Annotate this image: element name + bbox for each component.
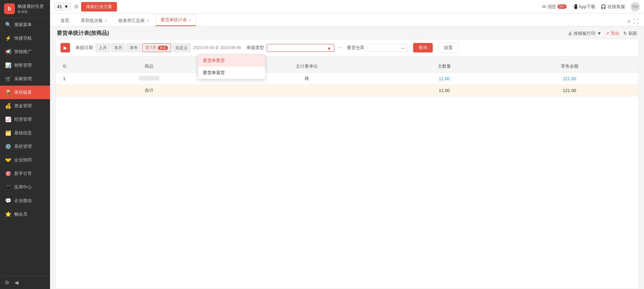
finance-icon: 💰 [5, 103, 11, 109]
sidebar-item-label-marketing: 营销推广 [14, 49, 32, 55]
warehouse-dropdown[interactable]: ··· [367, 44, 408, 52]
refresh-label: 刷新 [628, 30, 637, 37]
page-header: 要货单统计表(按商品) 🖨 按模板打印 ▼ ↗ 导出 ↻ 刷新 [50, 26, 644, 39]
sidebar-item-sales[interactable]: 📊 销售管理 [0, 59, 50, 72]
tab-order-summary-close[interactable]: × [189, 18, 191, 22]
print-action[interactable]: 🖨 按模板打印 ▼ [568, 30, 601, 37]
settings-button[interactable]: 设置 [438, 43, 458, 53]
logo-title: 畅捷通好生意 [18, 3, 44, 9]
dropdown-option-order-goods[interactable]: 要货单要货 [198, 54, 265, 67]
sidebar-item-system[interactable]: ⚙️ 系统管理 [0, 140, 50, 153]
date-filter-label: 单据日期 [75, 45, 93, 51]
marketing-icon: 📢 [5, 48, 11, 55]
tab-batch-account[interactable]: 库存批次账 × [76, 15, 112, 26]
sidebar-item-marketing[interactable]: 📢 营销推广 [0, 45, 50, 59]
cell-qty[interactable]: 11.00 [388, 73, 501, 85]
wechat-icon: 💬 [5, 197, 11, 204]
footer-empty-1 [56, 85, 73, 96]
content-area: 要货单统计表(按商品) 🖨 按模板打印 ▼ ↗ 导出 ↻ 刷新 ▶ [50, 26, 644, 289]
messages-label: 消息 [547, 4, 556, 10]
basic-icon: 🗂️ [5, 130, 11, 136]
user-avatar[interactable]: Rit [630, 2, 640, 12]
col-qty: 主数量 [388, 60, 501, 73]
store-selector[interactable]: 41 ▼ [54, 3, 71, 10]
topbar-right: ✉ 消息 99+ 📲 App下载 🎧 在线客服 Rit [542, 2, 640, 12]
filter-more-icon[interactable]: ··· [337, 45, 341, 51]
type-filter-group: 单据类型 ▲ ··· [246, 44, 341, 52]
refresh-icon: ↻ [623, 31, 627, 36]
sidebar-item-label-shortcut: 快捷导航 [14, 35, 32, 41]
close-all-icon[interactable]: × [627, 19, 630, 25]
sidebar-item-inventory[interactable]: 📦 库存核算 [0, 86, 50, 99]
store-selector-arrow: ▼ [64, 4, 68, 9]
date-btn-last-month[interactable]: 上月 [96, 43, 110, 52]
collapse-icon[interactable]: ◀ [15, 280, 19, 286]
sidebar-item-purchase[interactable]: 🛒 采购管理 [0, 72, 50, 86]
footer-qty: 11.00 [388, 85, 501, 96]
sidebar-item-wechat[interactable]: 💬 企业微信 [0, 194, 50, 207]
service-icon: 🎧 [601, 4, 606, 9]
query-button[interactable]: 查询 [413, 43, 433, 52]
tab-home[interactable]: 首页 [55, 15, 74, 26]
date-filter-group: 单据日期 上月 本月 本年 近7天 更多 自定义 2023-05-06 至 20… [75, 43, 241, 52]
tab-receipt-summary[interactable]: 收发存汇总表 × [113, 15, 154, 26]
tab-order-summary[interactable]: 要货单统计表 × [156, 14, 196, 26]
type-dropdown-popup: 要货单要货 要货单退货 [198, 54, 265, 79]
warehouse-more-icon: ··· [401, 45, 405, 50]
date-btn-custom[interactable]: 自定义 [172, 43, 191, 52]
tab-batch-account-close[interactable]: × [105, 19, 107, 23]
promo-button[interactable]: 体验行业方案 [81, 2, 117, 12]
sidebar-logo: b 畅捷通好生意 标准版 [0, 0, 50, 18]
sidebar-item-vip[interactable]: ⭐ 畅会员 [0, 207, 50, 221]
tab-receipt-summary-close[interactable]: × [147, 19, 149, 23]
logo-text-group: 畅捷通好生意 标准版 [18, 3, 44, 14]
online-service-item[interactable]: 🎧 在线客服 [601, 4, 625, 10]
message-icon: ✉ [542, 4, 546, 9]
sidebar-item-label-basic: 基础信息 [14, 130, 32, 136]
date-btn-last-7-days[interactable]: 近7天 更多 [142, 43, 171, 52]
cell-seq: 1 [56, 73, 73, 85]
app-download-item[interactable]: 📲 App下载 [572, 4, 595, 10]
sidebar-item-shortcut[interactable]: ⚡ 快捷导航 [0, 31, 50, 45]
table-header-row: ⚙ 商品 主计量单位 主数量 零售金额 [56, 60, 638, 73]
main-area: 41 ▼ ⚙ 体验行业方案 ✉ 消息 99+ 📲 App下载 🎧 在线客服 Ri… [50, 0, 644, 289]
sidebar-item-finance[interactable]: 💰 资金管理 [0, 99, 50, 113]
sidebar-item-basic[interactable]: 🗂️ 基础信息 [0, 126, 50, 140]
settings-icon[interactable]: ⚙ [5, 280, 9, 286]
date-btn-this-month[interactable]: 本月 [111, 43, 125, 52]
topbar-gear-icon[interactable]: ⚙ [74, 4, 78, 10]
filter-expand-button[interactable]: ▶ [61, 43, 70, 52]
store-selector-text: 41 [57, 4, 62, 9]
column-settings-icon[interactable]: ⚙ [62, 63, 67, 69]
sidebar-item-enterprise[interactable]: 🤝 企业协同 [0, 153, 50, 167]
purchase-icon: 🛒 [5, 75, 11, 82]
appstore-icon: 📱 [5, 184, 11, 191]
cell-amount[interactable]: 121.00 [501, 73, 638, 85]
sidebar-item-search[interactable]: 🔍 搜索菜单 [0, 18, 50, 31]
col-gear: ⚙ [56, 60, 73, 73]
sidebar: b 畅捷通好生意 标准版 🔍 搜索菜单 ⚡ 快捷导航 📢 营销推广 📊 销售管理… [0, 0, 50, 289]
dropdown-option-order-return[interactable]: 要货单退货 [198, 67, 265, 79]
dropdown-option-order-goods-label: 要货单要货 [203, 58, 225, 63]
sidebar-item-newbie[interactable]: 🎯 新手引导 [0, 167, 50, 180]
sidebar-item-label-finance: 资金管理 [14, 103, 32, 109]
export-icon: ↗ [605, 31, 609, 36]
dropdown-option-order-return-label: 要货单退货 [203, 70, 225, 75]
footer-row: 合计 11.00 121.00 [56, 85, 638, 96]
type-dropdown[interactable]: ▲ [267, 44, 334, 52]
sidebar-item-label-appstore: 应用中心 [14, 184, 32, 190]
date-btn-this-year[interactable]: 本年 [127, 43, 141, 52]
sidebar-item-operations[interactable]: 📈 经营管理 [0, 113, 50, 126]
avatar-text: Rit [633, 4, 638, 9]
vip-icon: ⭐ [5, 211, 11, 218]
export-label: 导出 [611, 30, 619, 37]
warehouse-filter-group: 要货仓库 ··· [347, 44, 408, 52]
date-range-text: 2023-05-06 至 2023-06-06 [193, 45, 241, 51]
tab-receipt-summary-label: 收发存汇总表 [118, 18, 145, 24]
refresh-action[interactable]: ↻ 刷新 [623, 30, 637, 37]
sidebar-item-appstore[interactable]: 📱 应用中心 [0, 180, 50, 194]
fullscreen-icon[interactable]: ⛶ [633, 19, 639, 25]
export-action[interactable]: ↗ 导出 [605, 30, 619, 37]
messages-item[interactable]: ✉ 消息 99+ [542, 4, 567, 10]
tab-order-summary-label: 要货单统计表 [161, 17, 187, 23]
